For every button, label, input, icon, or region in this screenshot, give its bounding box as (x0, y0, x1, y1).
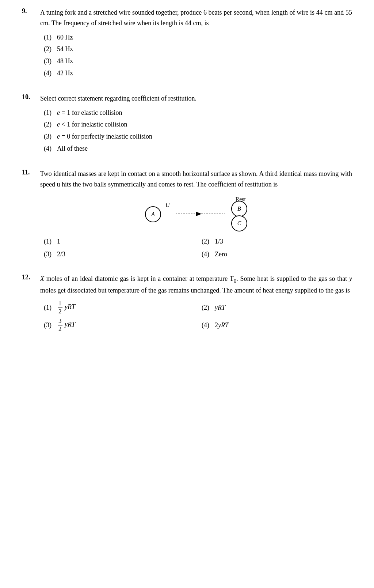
list-item: (1) e = 1 for elastic collision (44, 108, 352, 118)
question-12-text: X moles of an ideal diatomic gas is kept… (40, 274, 352, 295)
option-text: 3 2 yRT (57, 317, 194, 333)
question-12-number: 12. (22, 274, 40, 281)
question-9-text: A tuning fork and a stretched wire sound… (40, 7, 352, 29)
option-num: (2) (202, 236, 215, 247)
list-item: (1) 1 (44, 236, 194, 247)
question-9: 9. A tuning fork and a stretched wire so… (22, 7, 352, 80)
option-text: 1 2 yRT (57, 300, 194, 315)
list-item: (1) 60 Hz (44, 32, 352, 43)
circle-a: A (145, 206, 161, 222)
option-text: 60 Hz (57, 32, 352, 43)
option-num: (4) (202, 320, 215, 331)
list-item: (3) 3 2 yRT (44, 317, 194, 333)
list-item: (4) All of these (44, 143, 352, 154)
question-11-options: (1) 1 (2) 1/3 (3) 2/3 (4) Zero (44, 236, 352, 260)
fraction-three-half: 3 2 (58, 317, 62, 333)
list-item: (1) 1 2 yRT (44, 300, 194, 315)
question-10-text: Select correct statement regarding coeff… (40, 93, 352, 104)
question-10-options: (1) e = 1 for elastic collision (2) e < … (44, 108, 352, 154)
option-num: (3) (44, 249, 57, 260)
question-9-options: (1) 60 Hz (2) 54 Hz (3) 48 Hz (4) 42 Hz (44, 32, 352, 79)
question-9-number: 9. (22, 7, 40, 15)
arrow-diagram (160, 209, 233, 219)
option-text: Zero (215, 249, 352, 260)
question-11-content: Two identical masses are kept in contact… (40, 169, 352, 260)
option-num: (2) (202, 302, 215, 313)
diagram-container: Rest U A B C (40, 195, 352, 232)
question-11: 11. Two identical masses are kept in con… (22, 169, 352, 260)
fraction-numerator: 1 (58, 300, 62, 308)
option-num: (1) (44, 32, 57, 43)
list-item: (2) e < 1 for inelastic collision (44, 119, 352, 130)
option-text: 1/3 (215, 236, 352, 247)
list-item: (2) yRT (202, 300, 352, 315)
fraction-denominator: 2 (58, 325, 62, 333)
circle-b: B (231, 201, 247, 217)
option-text: e < 1 for inelastic collision (57, 119, 352, 130)
fraction-half: 1 2 (58, 300, 62, 315)
question-11-number: 11. (22, 169, 40, 176)
option-text: 48 Hz (57, 56, 352, 67)
list-item: (2) 54 Hz (44, 44, 352, 54)
option-text: 2yRT (215, 320, 352, 331)
fraction-denominator: 2 (58, 308, 62, 315)
option-num: (4) (202, 249, 215, 260)
question-11-text: Two identical masses are kept in contact… (40, 169, 352, 190)
list-item: (2) 1/3 (202, 236, 352, 247)
option-text: 1 (57, 236, 194, 247)
option-num: (3) (44, 56, 57, 67)
fraction-numerator: 3 (58, 317, 62, 325)
option-num: (1) (44, 108, 57, 118)
option-num: (4) (44, 143, 57, 154)
q12-text-part1: X moles of an ideal diatomic gas is kept… (40, 275, 352, 294)
question-10-number: 10. (22, 93, 40, 101)
option-text: 2/3 (57, 249, 194, 260)
list-item: (3) 2/3 (44, 249, 194, 260)
option-text: 54 Hz (57, 44, 352, 54)
question-12: 12. X moles of an ideal diatomic gas is … (22, 274, 352, 333)
option-num: (3) (44, 320, 57, 331)
option-num: (1) (44, 302, 57, 313)
list-item: (3) 48 Hz (44, 56, 352, 67)
circle-c: C (231, 215, 247, 231)
question-10: 10. Select correct statement regarding c… (22, 93, 352, 155)
option-text: e = 0 for perfectly inelastic collision (57, 131, 352, 142)
option-num: (2) (44, 119, 57, 130)
svg-marker-1 (196, 212, 202, 216)
question-12-options: (1) 1 2 yRT (2) yRT (3) (44, 300, 352, 333)
option-num: (1) (44, 236, 57, 247)
option-text: yRT (215, 302, 352, 313)
list-item: (3) e = 0 for perfectly inelastic collis… (44, 131, 352, 142)
option-num: (4) (44, 68, 57, 79)
option-num: (3) (44, 131, 57, 142)
page: 9. A tuning fork and a stretched wire so… (0, 0, 374, 588)
list-item: (4) Zero (202, 249, 352, 260)
question-9-content: A tuning fork and a stretched wire sound… (40, 7, 352, 80)
option-text: e = 1 for elastic collision (57, 108, 352, 118)
question-10-content: Select correct statement regarding coeff… (40, 93, 352, 155)
collision-diagram: Rest U A B C (141, 195, 251, 232)
option-num: (2) (44, 44, 57, 54)
list-item: (4) 42 Hz (44, 68, 352, 79)
list-item: (4) 2yRT (202, 317, 352, 333)
u-label: U (165, 202, 170, 208)
question-12-content: X moles of an ideal diatomic gas is kept… (40, 274, 352, 333)
option-text: All of these (57, 143, 352, 154)
option-text: 42 Hz (57, 68, 352, 79)
